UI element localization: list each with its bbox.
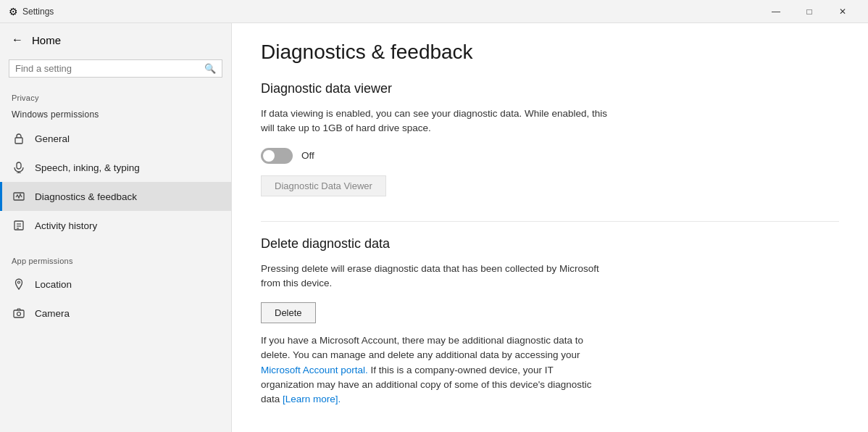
main-content: Diagnostics & feedback Diagnostic data v…	[232, 23, 868, 432]
minimize-button[interactable]: —	[759, 0, 793, 23]
svg-rect-1	[17, 162, 21, 169]
lock-icon	[12, 131, 26, 146]
diagnostics-icon	[12, 189, 26, 204]
svg-rect-0	[15, 138, 22, 144]
general-label: General	[35, 133, 70, 144]
svg-point-9	[18, 281, 20, 283]
titlebar: ⚙ Settings — □ ✕	[0, 0, 868, 23]
search-icon: 🔍	[204, 63, 216, 74]
svg-rect-4	[14, 193, 24, 200]
location-label: Location	[35, 279, 72, 290]
toggle-knob	[263, 150, 275, 162]
delete-extra-before-link: If you have a Microsoft Account, there m…	[261, 335, 583, 360]
learn-more-link[interactable]: [Learn more].	[283, 394, 341, 404]
speech-icon	[12, 160, 26, 175]
home-nav-item[interactable]: ← Home	[0, 23, 231, 57]
svg-rect-10	[14, 310, 24, 317]
privacy-section-label: Privacy	[0, 86, 231, 107]
search-box[interactable]: 🔍	[9, 59, 222, 78]
titlebar-controls: — □ ✕	[759, 0, 859, 23]
sidebar-item-activity[interactable]: Activity history	[0, 211, 231, 240]
page-title: Diagnostics & feedback	[261, 41, 839, 64]
camera-icon	[12, 306, 26, 320]
delete-description: Pressing delete will erase diagnostic da…	[261, 262, 609, 291]
viewer-section-title: Diagnostic data viewer	[261, 81, 839, 96]
diagnostic-data-viewer-button[interactable]: Diagnostic Data Viewer	[261, 175, 386, 196]
delete-button[interactable]: Delete	[261, 302, 316, 323]
section-divider	[261, 221, 839, 222]
home-label: Home	[32, 34, 61, 46]
sidebar-item-camera[interactable]: Camera	[0, 299, 231, 328]
titlebar-title: Settings	[22, 7, 54, 17]
sidebar: ← Home 🔍 Privacy Windows permissions Gen…	[0, 23, 232, 432]
windows-permissions-label: Windows permissions	[0, 107, 231, 124]
delete-section-title: Delete diagnostic data	[261, 236, 839, 252]
viewer-description: If data viewing is enabled, you can see …	[261, 107, 609, 136]
app-permissions-label: App permissions	[0, 249, 231, 270]
settings-icon: ⚙	[9, 6, 18, 17]
maximize-button[interactable]: □	[793, 0, 826, 23]
app-container: ← Home 🔍 Privacy Windows permissions Gen…	[0, 23, 868, 432]
viewer-toggle-label: Off	[301, 150, 314, 161]
search-input[interactable]	[15, 63, 200, 74]
sidebar-item-speech[interactable]: Speech, inking, & typing	[0, 153, 231, 182]
viewer-toggle[interactable]	[261, 148, 293, 164]
back-icon: ←	[12, 33, 23, 46]
microsoft-account-portal-link[interactable]: Microsoft Account portal.	[261, 365, 368, 375]
viewer-toggle-row: Off	[261, 148, 839, 164]
camera-label: Camera	[35, 308, 70, 319]
sidebar-item-general[interactable]: General	[0, 124, 231, 153]
close-button[interactable]: ✕	[826, 0, 859, 23]
activity-icon	[12, 218, 26, 233]
speech-label: Speech, inking, & typing	[35, 162, 140, 173]
sidebar-item-diagnostics[interactable]: Diagnostics & feedback	[0, 182, 231, 211]
activity-label: Activity history	[35, 220, 97, 231]
location-icon	[12, 277, 26, 291]
diagnostics-label: Diagnostics & feedback	[35, 191, 137, 202]
delete-extra-text: If you have a Microsoft Account, there m…	[261, 333, 609, 407]
svg-point-11	[17, 312, 21, 316]
sidebar-item-location[interactable]: Location	[0, 270, 231, 299]
